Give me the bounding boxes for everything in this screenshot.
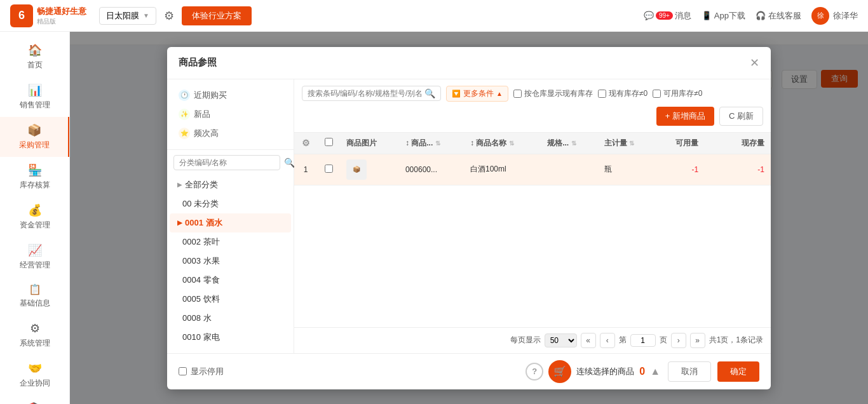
topbar-right: 💬 99+ 消息 📱 App下载 🎧 在线客服 徐 徐泽华 [644,7,858,25]
new-icon: ✨ [179,109,190,120]
exp-btn[interactable]: 体验行业方案 [182,6,252,25]
sidebar-item-finance[interactable]: 💰 资金管理 [0,197,69,237]
quick-item-recent[interactable]: 🕐 近期购买 [173,86,287,105]
display-disabled-toggle[interactable]: 显示停用 [179,366,224,377]
search-icon[interactable]: 🔍 [424,88,435,98]
more-filters-btn[interactable]: 🔽 更多条件 ▲ [446,86,508,102]
warehouse-stock-label: 按仓库显示现有库存 [524,88,593,99]
sidebar-item-basic-info[interactable]: 📋 基础信息 [0,277,69,315]
col-checkbox[interactable] [317,133,340,154]
sidebar-item-operations[interactable]: 📈 经营管理 [0,237,69,277]
warehouse-stock-filter[interactable]: 按仓库显示现有库存 [513,88,593,99]
cat-drink-label: 0005 饮料 [182,294,220,304]
next-page-btn[interactable]: › [671,333,686,348]
row-unit: 瓶 [598,154,656,185]
page-input[interactable] [630,334,656,347]
cat-item-tea[interactable]: 0002 茶叶 [170,232,291,252]
modal-header: 商品参照 ✕ [167,47,771,79]
sidebar-item-system[interactable]: ⚙ 系统管理 [0,315,69,355]
per-page-label: 每页显示 [510,335,541,346]
gear-icon[interactable]: ⚙ [164,9,174,23]
available-stock-filter[interactable]: 现有库存≠0 [598,88,648,99]
sidebar-purchase-label: 采购管理 [19,140,50,151]
store-selector[interactable]: 日太阳膜 ▼ [99,7,156,25]
table-row[interactable]: 1 📦 000600... 白酒100ml 瓶 [294,154,771,185]
col-unit[interactable]: 主计量 ⇅ [598,133,656,154]
add-product-btn[interactable]: + 新增商品 [656,107,714,126]
filter-arrow-icon: ▲ [496,90,503,97]
row-checkbox[interactable] [317,154,340,185]
usable-stock-filter[interactable]: 可用库存≠0 [653,88,702,99]
logo-text-group: 畅捷通好生意 精品版 [37,6,86,26]
quick-item-freq[interactable]: ⭐ 频次高 [173,124,287,143]
cart-icon-btn[interactable]: 🛒 [548,360,571,383]
footer-right-btns: 取消 确定 [668,361,759,382]
cat-appliance-label: 0010 家电 [182,332,220,342]
cat-all-label: 全部分类 [185,179,218,191]
logo-main-text: 畅捷通好生意 [37,6,86,17]
layout: 🏠 首页 📊 销售管理 📦 采购管理 🏪 库存核算 💰 资金管理 📈 经营管理 … [0,32,868,404]
sidebar-item-guide[interactable]: 📚 新手引导 [0,395,69,404]
avatar: 徐 [811,7,829,25]
category-search-input[interactable] [173,155,280,170]
available-stock-checkbox[interactable] [598,90,606,98]
cat-item-water[interactable]: 0008 水 [170,309,291,328]
warehouse-stock-checkbox[interactable] [513,90,522,98]
col-settings[interactable]: ⚙ [294,133,317,154]
col-settings-icon: ⚙ [302,138,310,148]
cat-tea-label: 0002 茶叶 [182,237,220,246]
sidebar-item-inventory[interactable]: 🏪 库存核算 [0,157,69,197]
modal-footer: 显示停用 ? 🛒 连续选择的商品 0 ▲ 取消 确定 [167,353,771,389]
col-code[interactable]: ↕ 商品... ⇅ [399,133,464,154]
col-name[interactable]: ↕ 商品名称 ⇅ [464,133,541,154]
confirm-btn[interactable]: 确定 [717,361,759,382]
available-stock-label: 现有库存≠0 [609,88,648,99]
footer-center: ? 🛒 连续选择的商品 0 ▲ [526,360,660,383]
service-btn[interactable]: 🎧 在线客服 [756,10,801,22]
user-area[interactable]: 徐 徐泽华 [811,7,858,25]
cat-item-uncategorized[interactable]: 00 未分类 [170,194,291,213]
prev-page-btn[interactable]: ‹ [600,333,615,348]
refresh-btn[interactable]: C 刷新 [719,107,763,126]
cat-liquor-label: 0001 酒水 [185,217,222,229]
message-badge: 99+ [656,11,673,20]
sidebar-item-purchase[interactable]: 📦 采购管理 [0,117,69,157]
sidebar-item-sales[interactable]: 📊 销售管理 [0,77,69,117]
col-spec[interactable]: 规格... ⇅ [541,133,597,154]
cat-fruit-label: 0003 水果 [182,256,220,266]
cat-item-all[interactable]: ▶ 全部分类 [170,175,291,194]
quick-item-new[interactable]: ✨ 新品 [173,105,287,124]
messages-btn[interactable]: 💬 99+ 消息 [644,10,691,22]
per-page-select[interactable]: 50 10 20 100 [545,333,577,347]
sidebar-operations-label: 经营管理 [20,260,50,271]
help-icon-btn[interactable]: ? [526,363,543,380]
row-select-checkbox[interactable] [325,165,333,173]
display-disabled-checkbox[interactable] [179,367,187,375]
app-download-btn[interactable]: 📱 App下载 [702,10,745,22]
selected-count: 0 [639,366,645,377]
cancel-btn[interactable]: 取消 [668,361,711,382]
cat-item-snack[interactable]: 0004 零食 [170,271,291,290]
collapse-footer-icon[interactable]: ▲ [650,366,660,377]
cat-item-fruit[interactable]: 0003 水果 [170,252,291,271]
quick-recent-label: 近期购买 [194,90,227,101]
last-page-btn[interactable]: » [690,333,705,348]
operations-icon: 📈 [28,243,42,257]
select-all-checkbox[interactable] [325,138,333,146]
cat-uncategorized-label: 00 未分类 [182,199,219,208]
row-spec [541,154,597,185]
product-search-input[interactable] [308,89,422,98]
cat-item-liquor[interactable]: ▶ 0001 酒水 [170,213,291,232]
cat-item-drink[interactable]: 0005 饮料 [170,290,291,309]
close-icon[interactable]: ✕ [750,56,759,70]
cat-all-arrow: ▶ [177,181,182,188]
cat-item-appliance[interactable]: 0010 家电 [170,328,291,347]
quick-new-label: 新品 [194,109,210,120]
sidebar-item-home[interactable]: 🏠 首页 [0,37,69,77]
category-search-icon[interactable]: 🔍 [284,158,295,168]
usable-stock-checkbox[interactable] [653,90,661,98]
category-list: ▶ 全部分类 00 未分类 ▶ 0001 酒水 0002 茶 [167,175,294,347]
sidebar-item-enterprise[interactable]: 🤝 企业协同 [0,355,69,395]
product-thumbnail: 📦 [346,159,367,180]
first-page-btn[interactable]: « [581,333,596,348]
